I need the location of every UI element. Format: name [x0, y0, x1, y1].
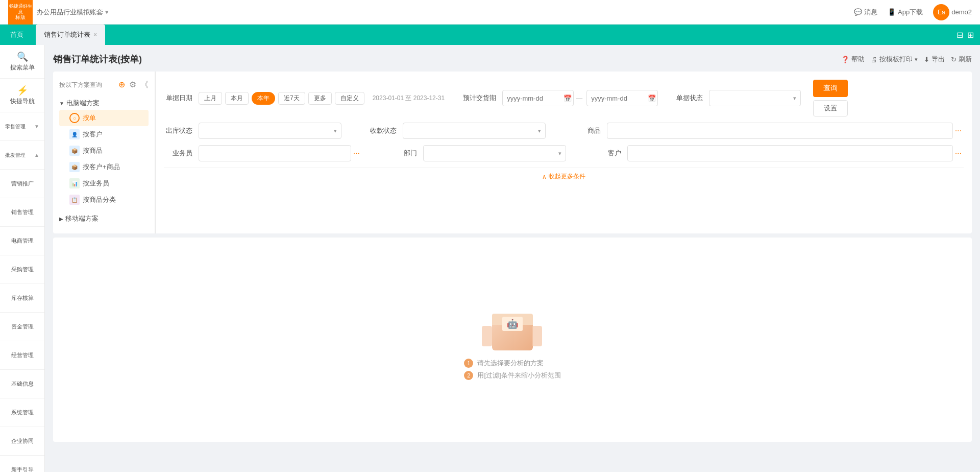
sidebar-item-label: 快捷导航	[10, 97, 35, 106]
settings-scheme-icon[interactable]: ⚙	[129, 80, 136, 90]
tab-bar-actions: ⊟ ⊞	[957, 30, 980, 40]
ship-status-select[interactable]: ▾	[199, 123, 341, 139]
sidebar-item-label: 库存核算	[11, 294, 34, 302]
scheme-item-by-customer[interactable]: 👤 按客户	[59, 126, 149, 143]
date-separator: —	[574, 95, 584, 102]
sidebar-item-search-menu[interactable]: 🔍 搜索菜单	[0, 45, 44, 79]
goods-more-icon[interactable]: ···	[953, 126, 964, 135]
sidebar-item-newbie[interactable]: 新手引导	[0, 456, 44, 472]
goods-input[interactable]	[607, 123, 953, 139]
collapse-bar[interactable]: ∧ 收起更多条件	[164, 168, 964, 185]
date-btn-7days[interactable]: 近7天	[278, 92, 305, 105]
sidebar-item-marketing[interactable]: 营销推广	[0, 170, 44, 198]
sidebar-item-system[interactable]: 系统管理	[0, 398, 44, 427]
empty-hint-2: 2 用[过滤]条件来缩小分析范围	[464, 371, 560, 380]
hint-text-1: 请先选择要分析的方案	[477, 359, 544, 368]
date-btn-more[interactable]: 更多	[308, 92, 332, 105]
download-icon: 📱	[888, 8, 896, 16]
logo: 畅捷通好生意 标版	[8, 0, 33, 25]
empty-arm-left	[482, 326, 492, 346]
add-scheme-icon[interactable]: ⊕	[118, 80, 125, 90]
settings-button[interactable]: 设置	[813, 100, 848, 116]
tab-active[interactable]: 销售订单统计表 ×	[36, 25, 105, 45]
date-btn-custom[interactable]: 自定义	[335, 92, 364, 105]
message-label: 消息	[864, 8, 877, 17]
sidebar-item-basic[interactable]: 基础信息	[0, 370, 44, 398]
sidebar-item-ecommerce[interactable]: 电商管理	[0, 227, 44, 255]
app-title: 办公用品行业模拟账套 ▾	[37, 8, 109, 17]
sidebar-item-retail[interactable]: 零售管理 ▼	[0, 112, 44, 141]
by-staff-icon: 📊	[69, 178, 80, 188]
date-btn-last-month[interactable]: 上月	[199, 92, 222, 105]
sidebar-item-quick-nav[interactable]: ⚡ 快捷导航	[0, 79, 44, 112]
scheme-item-by-category[interactable]: 📋 按商品分类	[59, 192, 149, 208]
doc-status-arrow-icon: ▾	[793, 95, 796, 102]
sidebar-item-wholesale[interactable]: 批发管理 ▲	[0, 141, 44, 170]
sidebar: 🔍 搜索菜单 ⚡ 快捷导航 零售管理 ▼ 批发管理 ▲ 营销推广 销售管理 电商…	[0, 45, 45, 472]
query-button[interactable]: 查询	[813, 80, 848, 97]
sidebar-item-purchase[interactable]: 采购管理	[0, 255, 44, 284]
user-name: demo2	[951, 8, 972, 16]
receipt-status-label: 收款状态	[368, 126, 397, 135]
page-title: 销售订单统计表(按单)	[53, 53, 142, 65]
sidebar-item-finance[interactable]: 资金管理	[0, 313, 44, 341]
filter-row-3: 业务员 ··· 部门 ▾ 客户 ···	[164, 145, 964, 161]
empty-illustration: 🤖	[482, 299, 543, 350]
collapse-scheme-icon[interactable]: 《	[140, 80, 149, 90]
scheme-item-by-product[interactable]: 📦 按商品	[59, 143, 149, 159]
hint-text-2: 用[过滤]条件来缩小分析范围	[477, 371, 560, 380]
print-button[interactable]: 🖨 按模板打印 ▾	[871, 55, 918, 64]
customer-input-wrap: ···	[627, 145, 964, 161]
app-download-button[interactable]: 📱 App下载	[888, 8, 923, 17]
maximize-icon[interactable]: ⊞	[967, 30, 974, 40]
help-button[interactable]: ❓ 帮助	[841, 55, 865, 64]
scheme-item-by-staff[interactable]: 📊 按业务员	[59, 175, 149, 192]
search-panel: 按以下方案查询 ⊕ ⚙ 《 ▼ 电脑端方案 ○ 按单	[53, 72, 972, 233]
tab-close-button[interactable]: ×	[93, 31, 97, 38]
scheme-item-label: 按商品分类	[83, 195, 116, 204]
filter-row-1: 单据日期 上月 本月 本年 近7天 更多 自定义 2023-01-01 至 20…	[164, 80, 964, 116]
scheme-item-by-order[interactable]: ○ 按单	[59, 110, 149, 126]
main-content: 销售订单统计表(按单) ❓ 帮助 🖨 按模板打印 ▾ ⬇ 导出 ↻ 刷新	[45, 45, 980, 472]
expected-date-to[interactable]	[586, 90, 658, 106]
refresh-button[interactable]: ↻ 刷新	[951, 55, 972, 64]
export-button[interactable]: ⬇ 导出	[924, 55, 945, 64]
hint-num-1: 1	[464, 359, 473, 368]
date-from-calendar-icon[interactable]: 📅	[564, 95, 572, 102]
sidebar-item-inventory[interactable]: 库存核算	[0, 284, 44, 313]
mobile-scheme-header[interactable]: ▶ 移动端方案	[59, 212, 149, 225]
receipt-status-select[interactable]: ▾	[403, 123, 546, 139]
staff-input[interactable]	[199, 145, 351, 161]
scheme-item-label: 按单	[83, 113, 96, 123]
date-to-calendar-icon[interactable]: 📅	[648, 95, 656, 102]
user-profile[interactable]: Ea demo2	[933, 4, 972, 20]
doc-status-select[interactable]: ▾	[709, 90, 801, 106]
expected-date-label: 预计交货期	[463, 93, 496, 103]
date-btn-group: 上月 本月 本年 近7天 更多 自定义	[199, 92, 364, 105]
sidebar-item-label: 基础信息	[11, 380, 34, 388]
app-title-text: 办公用品行业模拟账套	[37, 8, 103, 17]
dropdown-arrow-icon[interactable]: ▾	[105, 8, 109, 16]
scheme-item-by-cust-prod[interactable]: 📦 按客户+商品	[59, 159, 149, 175]
date-range-text: 2023-01-01 至 2023-12-31	[373, 94, 445, 103]
staff-more-icon[interactable]: ···	[351, 149, 362, 158]
customer-more-icon[interactable]: ···	[953, 149, 964, 158]
tab-home[interactable]: 首页	[0, 25, 34, 45]
minimize-icon[interactable]: ⊟	[957, 30, 963, 40]
sidebar-item-label: 批发管理	[5, 152, 26, 159]
expected-date-from[interactable]	[502, 90, 574, 106]
date-btn-this-year[interactable]: 本年	[252, 92, 275, 105]
scheme-panel: 按以下方案查询 ⊕ ⚙ 《 ▼ 电脑端方案 ○ 按单	[53, 72, 155, 233]
sidebar-item-sales[interactable]: 销售管理	[0, 198, 44, 227]
sidebar-item-operation[interactable]: 经营管理	[0, 341, 44, 370]
dept-select[interactable]: ▾	[423, 145, 566, 161]
message-icon: 💬	[854, 8, 862, 16]
by-category-icon: 📋	[69, 195, 80, 205]
date-btn-this-month[interactable]: 本月	[225, 92, 249, 105]
avatar: Ea	[933, 4, 949, 20]
message-button[interactable]: 💬 消息	[854, 8, 877, 17]
pc-scheme-header[interactable]: ▼ 电脑端方案	[59, 97, 149, 110]
sidebar-item-corp[interactable]: 企业协同	[0, 427, 44, 456]
customer-input[interactable]	[627, 145, 953, 161]
by-customer-icon: 👤	[69, 129, 80, 139]
